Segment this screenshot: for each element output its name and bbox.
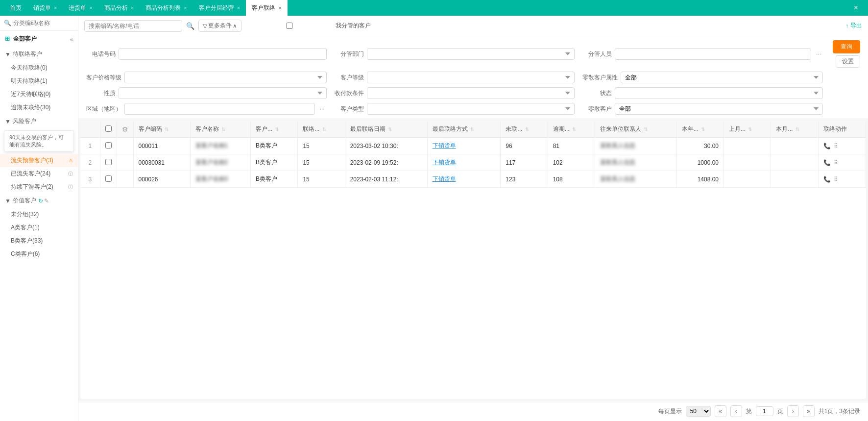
prev-page-button[interactable]: ‹ [730, 405, 742, 417]
sort-this-month-icon[interactable]: ⇅ [796, 126, 799, 132]
next-page-button[interactable]: › [787, 405, 799, 417]
cell-last-method-0[interactable]: 下销货单 [427, 138, 501, 154]
region-more-btn[interactable]: ··· [318, 105, 327, 112]
sidebar-item-class-c[interactable]: C类客户(6) [0, 248, 78, 261]
customer-type-select[interactable] [367, 103, 575, 115]
nav-product-analysis[interactable]: 商品分析 × [98, 0, 140, 16]
query-button[interactable]: 查询 [833, 40, 860, 53]
sidebar-all-customers[interactable]: ⊞ 全部客户 « [0, 31, 78, 47]
export-button[interactable]: ↑ 导出 [845, 22, 862, 30]
table-header-row: ⚙ 客户编码 ⇅ 客户名称 ⇅ 客户... ⇅ [80, 121, 866, 138]
region-input[interactable] [124, 103, 315, 115]
sort-code-icon[interactable]: ⇅ [165, 126, 169, 132]
contact-phone-icon-1[interactable]: 📞 [823, 159, 831, 166]
more-actions-icon-0[interactable]: ⠿ [834, 143, 838, 149]
sort-last-month-icon[interactable]: ⇅ [748, 126, 752, 132]
sort-unit-contact-icon[interactable]: ⇅ [644, 126, 648, 132]
col-settings[interactable]: ⚙ [117, 121, 133, 138]
manager-more-btn[interactable]: ··· [814, 50, 823, 57]
page-number-input[interactable] [756, 406, 773, 416]
contact-phone-icon-0[interactable]: 📞 [823, 143, 831, 149]
more-conditions-button[interactable]: ▽ 更多条件 ∧ [198, 20, 241, 32]
search-button[interactable]: 🔍 [186, 22, 194, 30]
cell-last-date-1: 2023-02-09 19:52: [345, 154, 427, 171]
filter-panel: 电话号码 分管部门 分管人员 ··· [78, 36, 868, 119]
per-page-select[interactable]: 50 20 100 [686, 406, 711, 417]
sort-not-contacted-icon[interactable]: ⇅ [525, 126, 529, 132]
dept-select[interactable] [367, 48, 575, 60]
more-actions-icon-1[interactable]: ⠿ [834, 159, 838, 166]
nav-product-analysis-list[interactable]: 商品分析列表 × [140, 0, 193, 16]
sort-overdue-icon[interactable]: ⇅ [572, 126, 576, 132]
sidebar-group-pending[interactable]: ▼ 待联络客户 [0, 47, 78, 61]
table-row: 3 000026 某客户名称3 B类客户 15 2023-02-03 11:12… [80, 171, 866, 188]
close-customer-contact-icon[interactable]: × [278, 5, 281, 11]
sidebar-item-churn-warning[interactable]: 流失预警客户(3) ⚠ [0, 154, 78, 167]
nature-select[interactable] [119, 87, 327, 99]
cell-checkbox-2[interactable] [100, 171, 117, 188]
sidebar-group-value[interactable]: ▼ 价值客户 ↻ ✎ [0, 194, 78, 208]
sort-type-icon[interactable]: ⇅ [275, 126, 279, 132]
price-level-select[interactable] [124, 72, 327, 83]
sidebar-item-today[interactable]: 今天待联络(0) [0, 61, 78, 74]
content-area: 🔍 ▽ 更多条件 ∧ 我分管的客户 ↑ 导出 电话号码 [78, 16, 868, 421]
sort-last-method-icon[interactable]: ⇅ [470, 126, 474, 132]
sidebar-group-risk[interactable]: ▼ 风险客户 [0, 114, 78, 128]
status-select[interactable] [615, 87, 823, 99]
col-last-month: 上月... ⇅ [724, 121, 771, 138]
retail-attr-select[interactable]: 全部 [621, 72, 823, 83]
select-all-checkbox[interactable] [105, 125, 112, 132]
row-checkbox-1[interactable] [105, 159, 112, 165]
my-customers-checkbox[interactable] [245, 23, 334, 29]
cell-last-method-1[interactable]: 下销货单 [427, 154, 501, 171]
nav-sales-order[interactable]: 销货单 × [27, 0, 63, 16]
sidebar-item-overdue[interactable]: 逾期未联络(30) [0, 101, 78, 114]
edit-icon[interactable]: ✎ [44, 198, 49, 204]
sort-contact-icon[interactable]: ⇅ [322, 126, 326, 132]
my-customers-checkbox-label[interactable]: 我分管的客户 [245, 22, 371, 30]
sidebar-item-churned[interactable]: 已流失客户(24) ⓘ [0, 167, 78, 180]
close-sales-order-icon[interactable]: × [54, 5, 57, 11]
nav-purchase-order[interactable]: 进货单 × [63, 0, 98, 16]
close-product-analysis-icon[interactable]: × [131, 5, 134, 11]
retail-customer-select[interactable]: 全部 [615, 103, 823, 115]
sidebar-search-input[interactable] [13, 20, 78, 26]
manager-input[interactable] [615, 48, 811, 60]
search-input[interactable] [84, 20, 182, 32]
sort-last-date-icon[interactable]: ⇅ [388, 126, 392, 132]
close-product-analysis-list-icon[interactable]: × [184, 5, 187, 11]
close-customer-segments-icon[interactable]: × [237, 5, 240, 11]
setting-button[interactable]: 设置 [836, 55, 860, 68]
col-select-all[interactable] [100, 121, 117, 138]
sidebar-item-class-a[interactable]: A类客户(1) [0, 221, 78, 234]
refresh-icon[interactable]: ↻ [38, 198, 43, 204]
settings-gear-icon[interactable]: ⚙ [122, 125, 128, 133]
close-purchase-order-icon[interactable]: × [89, 5, 92, 11]
sort-name-icon[interactable]: ⇅ [221, 126, 225, 132]
sidebar-item-tomorrow[interactable]: 明天待联络(1) [0, 74, 78, 88]
filter-row-4: 区域（地区） ··· 客户类型 零散客户 全部 [86, 103, 860, 115]
cell-last-method-2[interactable]: 下销货单 [427, 171, 501, 188]
payment-select[interactable] [367, 87, 575, 99]
contact-phone-icon-2[interactable]: 📞 [823, 176, 831, 183]
cell-checkbox-1[interactable] [100, 154, 117, 171]
sort-this-year-icon[interactable]: ⇅ [701, 126, 705, 132]
cell-checkbox-0[interactable] [100, 138, 117, 154]
row-checkbox-0[interactable] [105, 142, 112, 149]
sidebar-item-class-b[interactable]: B类客户(33) [0, 234, 78, 248]
sidebar-item-ungrouped[interactable]: 未分组(32) [0, 208, 78, 221]
customer-level-select[interactable] [367, 72, 575, 83]
phone-input[interactable] [119, 48, 327, 60]
filter-dept: 分管部门 [335, 48, 575, 60]
sidebar-item-week[interactable]: 近7天待联络(0) [0, 88, 78, 101]
nav-customer-segments[interactable]: 客户分层经营 × [193, 0, 246, 16]
info-icon-churned: ⓘ [68, 171, 73, 177]
nav-customer-contact[interactable]: 客户联络 × [246, 0, 287, 16]
sidebar-item-declining[interactable]: 持续下滑客户(2) ⓘ [0, 180, 78, 194]
first-page-button[interactable]: « [715, 405, 726, 417]
last-page-button[interactable]: » [803, 405, 815, 417]
row-checkbox-2[interactable] [105, 175, 112, 182]
window-close-button[interactable]: × [848, 3, 864, 12]
nav-home[interactable]: 首页 [4, 0, 27, 16]
more-actions-icon-2[interactable]: ⠿ [834, 176, 838, 183]
